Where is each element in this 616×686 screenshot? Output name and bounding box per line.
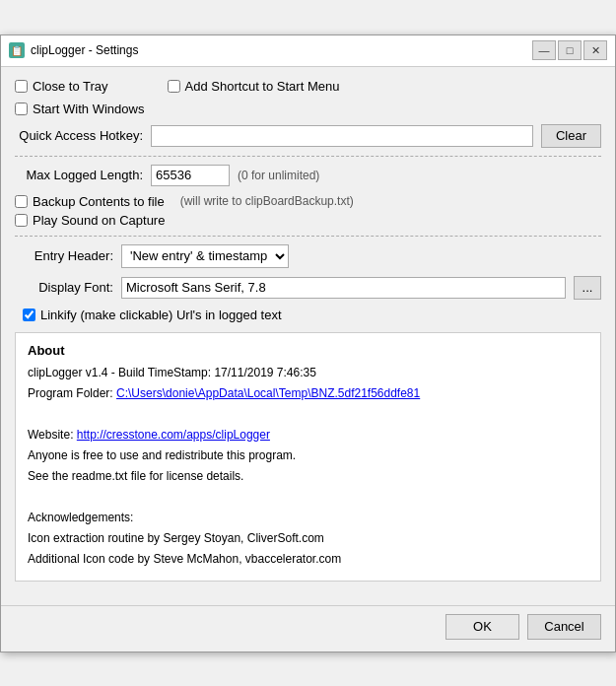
add-shortcut-label: Add Shortcut to Start Menu	[185, 79, 340, 94]
about-line-8: Acknowledgements:	[28, 509, 588, 526]
hotkey-label: Quick Access Hotkey:	[15, 128, 143, 143]
linkify-checkbox[interactable]	[23, 309, 35, 321]
backup-contents-hint: (will write to clipBoardBackup.txt)	[180, 194, 354, 208]
maximize-button[interactable]: □	[558, 40, 582, 60]
backup-contents-checkbox[interactable]	[15, 195, 28, 208]
add-shortcut-checkbox[interactable]	[168, 80, 180, 93]
backup-contents-option[interactable]: Backup Contents to file	[15, 194, 165, 209]
about-line-2: Program Folder: C:\Users\donie\AppData\L…	[28, 384, 588, 402]
title-bar-left: 📋 clipLogger - Settings	[9, 42, 138, 58]
content-area: Close to Tray Add Shortcut to Start Menu…	[1, 67, 615, 605]
add-shortcut-option[interactable]: Add Shortcut to Start Menu	[168, 79, 340, 94]
close-to-tray-label: Close to Tray	[33, 79, 108, 94]
ok-button[interactable]: OK	[445, 614, 519, 640]
divider-1	[15, 156, 601, 157]
linkify-label: Linkify (make clickable) Url's in logged…	[40, 308, 282, 322]
title-buttons: — □ ✕	[532, 40, 607, 60]
about-line-9: Icon extraction routine by Sergey Stoyan…	[28, 529, 588, 547]
entry-header-select[interactable]: 'New entry' & timestamp Timestamp only N…	[121, 244, 289, 268]
window-title: clipLogger - Settings	[31, 43, 138, 57]
play-sound-checkbox[interactable]	[15, 214, 28, 227]
play-sound-row: Play Sound on Capture	[15, 213, 601, 228]
about-line-3	[28, 405, 588, 423]
max-logged-label: Max Logged Length:	[15, 168, 143, 182]
max-logged-hint: (0 for unlimited)	[238, 169, 319, 182]
clear-button[interactable]: Clear	[541, 124, 601, 148]
play-sound-label: Play Sound on Capture	[33, 213, 165, 228]
entry-header-row: Entry Header: 'New entry' & timestamp Ti…	[15, 244, 601, 268]
start-with-windows-label: Start With Windows	[33, 102, 144, 116]
settings-window: 📋 clipLogger - Settings — □ ✕ Close to T…	[0, 34, 616, 652]
row-options-1: Close to Tray Add Shortcut to Start Menu	[15, 79, 601, 94]
about-line-6: See the readme.txt file for license deta…	[28, 467, 588, 485]
minimize-button[interactable]: —	[532, 40, 556, 60]
max-logged-row: Max Logged Length: (0 for unlimited)	[15, 165, 601, 186]
about-title: About	[28, 343, 588, 358]
program-folder-text: Program Folder:	[28, 386, 116, 400]
about-line-4: Website: http://cresstone.com/apps/clipL…	[28, 426, 588, 444]
app-icon: 📋	[9, 42, 25, 58]
display-font-input[interactable]	[121, 277, 566, 299]
play-sound-option[interactable]: Play Sound on Capture	[15, 213, 165, 228]
hotkey-row: Quick Access Hotkey: Clear	[15, 124, 601, 148]
divider-2	[15, 236, 601, 237]
program-folder-link[interactable]: C:\Users\donie\AppData\Local\Temp\BNZ.5d…	[116, 386, 420, 400]
cancel-button[interactable]: Cancel	[527, 614, 601, 640]
backup-contents-row: Backup Contents to file (will write to c…	[15, 194, 601, 209]
linkify-row: Linkify (make clickable) Url's in logged…	[15, 308, 601, 322]
bottom-buttons: OK Cancel	[1, 605, 615, 652]
linkify-option[interactable]: Linkify (make clickable) Url's in logged…	[23, 308, 282, 322]
close-button[interactable]: ✕	[583, 40, 607, 60]
display-font-label: Display Font:	[15, 280, 113, 295]
about-line-5: Anyone is free to use and redistribute t…	[28, 446, 588, 464]
row-start-windows: Start With Windows	[15, 102, 601, 116]
start-with-windows-option[interactable]: Start With Windows	[15, 102, 144, 116]
browse-font-button[interactable]: ...	[574, 276, 601, 300]
max-logged-input[interactable]	[151, 165, 230, 186]
start-with-windows-checkbox[interactable]	[15, 103, 28, 115]
title-bar: 📋 clipLogger - Settings — □ ✕	[1, 35, 615, 67]
entry-header-label: Entry Header:	[15, 248, 113, 263]
backup-contents-label: Backup Contents to file	[33, 194, 165, 209]
about-line-10: Additional Icon code by Steve McMahon, v…	[28, 550, 588, 568]
about-line-7	[28, 488, 588, 506]
website-link[interactable]: http://cresstone.com/apps/clipLogger	[77, 428, 270, 442]
display-font-row: Display Font: ...	[15, 276, 601, 300]
about-line-1: clipLogger v1.4 - Build TimeStamp: 17/11…	[28, 364, 588, 381]
close-to-tray-option[interactable]: Close to Tray	[15, 79, 108, 94]
hotkey-input[interactable]	[151, 125, 533, 147]
close-to-tray-checkbox[interactable]	[15, 80, 28, 93]
about-section: About clipLogger v1.4 - Build TimeStamp:…	[15, 332, 601, 582]
website-text: Website:	[28, 428, 77, 442]
